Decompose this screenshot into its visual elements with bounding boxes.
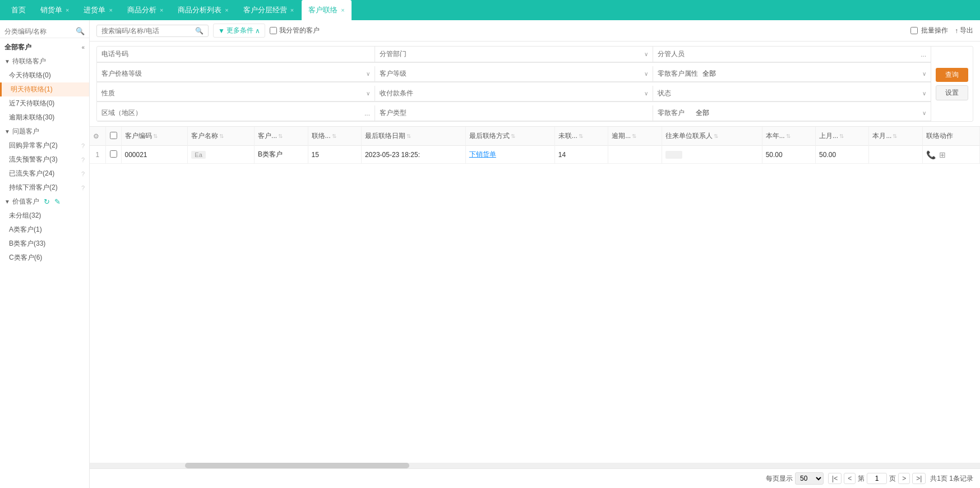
sidebar-item-class-c[interactable]: C类客户(6): [0, 251, 89, 265]
close-product-analysis-icon[interactable]: ×: [160, 7, 163, 13]
sidebar-item-today[interactable]: 今天待联络(0): [0, 68, 89, 82]
sidebar-item-7days[interactable]: 近7天待联络(0): [0, 96, 89, 111]
query-btn[interactable]: 查询: [936, 68, 968, 82]
next-page-btn[interactable]: >: [898, 473, 910, 484]
sort-code-icon: ⇅: [153, 133, 158, 139]
sidebar-search-icon[interactable]: 🔍: [76, 27, 85, 35]
scrollbar-thumb[interactable]: [185, 463, 409, 468]
sidebar-item-class-b[interactable]: B类客户(33): [0, 237, 89, 251]
filter-price-level: 客户价格等级 ∨: [97, 66, 375, 82]
chevron-down-icon8: ∨: [922, 110, 926, 116]
batch-op-btn[interactable]: 批量操作: [910, 26, 948, 35]
batch-checkbox[interactable]: [910, 27, 918, 34]
sidebar-item-class-a[interactable]: A类客户(1): [0, 223, 89, 237]
edit-icon[interactable]: ✎: [54, 197, 61, 206]
nav-customer-tier[interactable]: 客户分层经营 ×: [237, 0, 301, 20]
close-product-analysis-list-icon[interactable]: ×: [225, 7, 228, 13]
ellipsis-icon2[interactable]: ...: [364, 109, 370, 117]
prev-page-btn[interactable]: <: [844, 473, 856, 484]
sort-uncontacted-icon: ⇅: [579, 133, 583, 139]
filter-retail-customer: 零散客户 全部 ∨: [653, 105, 931, 121]
page-size-select[interactable]: 50 10 20 100: [795, 472, 824, 485]
filter-phone-input[interactable]: [140, 50, 370, 58]
export-btn[interactable]: ↑ 导出: [955, 26, 973, 35]
th-code: 客户编码⇅: [121, 127, 188, 146]
td-this-month: [869, 146, 922, 164]
reset-btn[interactable]: 设置: [936, 85, 968, 100]
ellipsis-icon[interactable]: ...: [921, 50, 926, 58]
td-contact-count: 15: [308, 146, 361, 164]
th-last-date: 最后联络日期⇅: [361, 127, 465, 146]
sidebar-group-value[interactable]: ▼ 价值客户 ↻ ✎: [0, 195, 89, 209]
sidebar-item-churned[interactable]: 已流失客户(24) ?: [0, 167, 89, 181]
close-sales-icon[interactable]: ×: [66, 7, 69, 13]
grid-action-icon[interactable]: ⊞: [939, 150, 946, 159]
th-settings: ⚙: [90, 127, 105, 146]
th-uncontacted: 未联...⇅: [554, 127, 608, 146]
th-this-year: 本年...⇅: [762, 127, 815, 146]
close-customer-contact-icon[interactable]: ×: [341, 7, 344, 13]
filter-nature: 性质 ∨: [97, 86, 375, 102]
horizontal-scrollbar[interactable]: [90, 463, 980, 468]
top-nav: 首页 销货单 × 进货单 × 商品分析 × 商品分析列表 × 客户分层经营 × …: [0, 0, 980, 20]
td-action: 📞 ⊞: [922, 146, 979, 164]
td-type: B类客户: [255, 146, 308, 164]
arrow-down-icon3: ▼: [4, 199, 10, 205]
my-customers-toggle[interactable]: 我分管的客户: [270, 26, 320, 35]
th-contact-count: 联络...⇅: [308, 127, 361, 146]
sidebar-group-problem[interactable]: ▼ 问题客户: [0, 125, 89, 139]
sidebar-search-input[interactable]: [4, 27, 76, 35]
search-input[interactable]: [101, 27, 195, 35]
total-records-label: 共1页 1条记录: [930, 474, 973, 484]
filter-icon: ▼: [218, 27, 225, 35]
sidebar-item-declining[interactable]: 持续下滑客户(2) ?: [0, 181, 89, 195]
chevron-down-icon5: ∨: [366, 90, 370, 96]
page-number-input[interactable]: [867, 473, 887, 484]
all-customers-label[interactable]: 全部客户 «: [0, 40, 89, 54]
close-purchase-icon[interactable]: ×: [109, 7, 112, 13]
more-filters-btn[interactable]: ▼ 更多条件 ∧: [213, 24, 265, 38]
my-customers-checkbox[interactable]: [270, 27, 277, 34]
data-table-container: ⚙ 客户编码⇅ 客户名称⇅ 客户...⇅ 联络...⇅ 最后联络日期⇅ 最后联络…: [90, 127, 980, 463]
nav-product-analysis[interactable]: 商品分析 ×: [121, 0, 170, 20]
sort-name-icon: ⇅: [219, 133, 224, 139]
sidebar-item-overdue[interactable]: 逾期未联络(30): [0, 111, 89, 125]
sidebar-group-pending[interactable]: ▼ 待联络客户: [0, 54, 89, 68]
content-area: 🔍 ▼ 更多条件 ∧ 我分管的客户 批量操作 ↑ 导出: [90, 20, 980, 488]
toolbar: 🔍 ▼ 更多条件 ∧ 我分管的客户 批量操作 ↑ 导出: [90, 20, 980, 42]
nav-sales[interactable]: 销货单 ×: [34, 0, 76, 20]
filter-phone: 电话号码: [97, 47, 375, 62]
nav-purchase[interactable]: 进货单 ×: [77, 0, 119, 20]
refresh-icon[interactable]: ↻: [44, 197, 50, 206]
pagination: |< < 第 页 > >|: [828, 473, 926, 484]
nav-home[interactable]: 首页: [4, 0, 33, 20]
chevron-down-icon6: ∨: [644, 90, 648, 96]
sidebar: 🔍 全部客户 « ▼ 待联络客户 今天待联络(0) 明天待联络(1) 近7天待联…: [0, 20, 90, 488]
sidebar-item-repurchase-abnormal[interactable]: 回购异常客户(2) ?: [0, 139, 89, 153]
chevron-down-icon2: ∨: [366, 71, 370, 77]
nav-product-analysis-list[interactable]: 商品分析列表 ×: [171, 0, 235, 20]
th-overdue: 逾期...⇅: [608, 127, 662, 146]
sidebar-item-ungrouped[interactable]: 未分组(32): [0, 209, 89, 223]
th-type: 客户...⇅: [255, 127, 308, 146]
search-icon[interactable]: 🔍: [195, 27, 204, 35]
nav-customer-contact[interactable]: 客户联络 ×: [302, 0, 351, 20]
chevron-down-icon4: ∨: [922, 71, 926, 77]
first-page-btn[interactable]: |<: [828, 473, 842, 484]
sidebar-item-churn-warning[interactable]: 流失预警客户(3) ?: [0, 153, 89, 167]
select-all-checkbox[interactable]: [110, 132, 117, 139]
filter-customer-level: 客户等级 ∨: [375, 66, 653, 82]
row-checkbox[interactable]: [110, 150, 117, 158]
filter-dept: 分管部门 ∨: [375, 47, 653, 62]
sort-overdue-icon: ⇅: [632, 133, 636, 139]
phone-action-icon[interactable]: 📞: [926, 150, 936, 159]
close-customer-tier-icon[interactable]: ×: [290, 7, 294, 13]
td-checkbox: [105, 146, 121, 164]
settings-icon[interactable]: ⚙: [93, 132, 99, 140]
last-method-link[interactable]: 下销货单: [469, 150, 496, 158]
sort-this-year-icon: ⇅: [786, 133, 791, 139]
sidebar-item-tomorrow[interactable]: 明天待联络(1): [0, 82, 89, 96]
chevron-down-icon: ∨: [644, 51, 648, 57]
last-page-btn[interactable]: >|: [912, 473, 926, 484]
th-last-month: 上月...⇅: [816, 127, 869, 146]
